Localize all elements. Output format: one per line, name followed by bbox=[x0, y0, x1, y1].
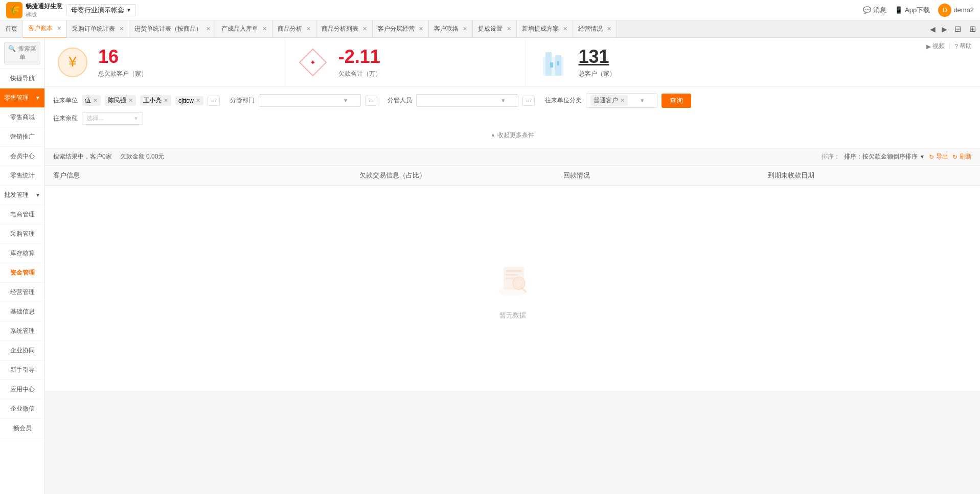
logo-text: 畅捷通好生意 标版 bbox=[26, 2, 62, 18]
sidebar-item-enterprise-coop[interactable]: 企业协同 bbox=[0, 341, 44, 361]
chevron-icon-retail: ▼ bbox=[35, 95, 40, 101]
sidebar-item-retail-mgmt[interactable]: 零售管理 ▼ bbox=[0, 88, 44, 108]
building-bg-icon bbox=[538, 47, 568, 78]
tab-business-status[interactable]: 经营情况 ✕ bbox=[573, 20, 617, 38]
tab-close-new-lift[interactable]: ✕ bbox=[563, 26, 567, 32]
tab-close-business[interactable]: ✕ bbox=[607, 26, 611, 32]
tab-close-inbound[interactable]: ✕ bbox=[206, 26, 211, 32]
filter-tag-close-unit-type[interactable]: ✕ bbox=[620, 97, 625, 104]
tab-produce-inbound[interactable]: 产成品入库单 ✕ bbox=[216, 20, 272, 38]
phone-icon: 📱 bbox=[895, 6, 903, 14]
filter-label-unit-type: 往来单位分类 bbox=[545, 96, 582, 105]
tab-minimize-btn[interactable]: ⊟ bbox=[950, 24, 965, 34]
sidebar-item-enterprise-wechat[interactable]: 企业微信 bbox=[0, 399, 44, 419]
tab-inbound-stats[interactable]: 进货单统计表（按商品） ✕ bbox=[129, 20, 216, 38]
result-bar: 搜索结果中，客户0家 欠款金额 0.00元 排序： 排序：按欠款金额倒序排序 ▼… bbox=[45, 148, 980, 166]
tab-scroll-left[interactable]: ◀ bbox=[927, 25, 939, 33]
doc-help-btn[interactable]: ? 帮助 bbox=[954, 42, 972, 51]
col-header-customer: 客户信息 bbox=[53, 171, 359, 180]
sidebar-item-inventory[interactable]: 库存核算 bbox=[0, 244, 44, 263]
message-icon: 💬 bbox=[863, 6, 871, 14]
empty-icon bbox=[492, 257, 533, 305]
filter-dept-select[interactable]: ▼ bbox=[259, 94, 361, 107]
sidebar-item-wholesale[interactable]: 批发管理 ▼ bbox=[0, 186, 44, 205]
filter-row-1: 往来单位 伍 ✕ 陈民强 ✕ 王小亮 ✕ cjttcw ✕ ··· bbox=[53, 93, 972, 108]
collapse-button[interactable]: ∧ 收起更多条件 bbox=[491, 131, 534, 140]
card3-values: 131 总客户（家） bbox=[579, 46, 616, 78]
diamond-bg-icon: ✦ bbox=[298, 47, 328, 78]
card2-values: -2.11 欠款合计（万） bbox=[338, 46, 381, 78]
tab-customer-tier[interactable]: 客户分层经营 ✕ bbox=[373, 20, 429, 38]
play-icon: ▶ bbox=[926, 43, 931, 50]
sidebar-item-purchase[interactable]: 采购管理 bbox=[0, 224, 44, 244]
sort-selector[interactable]: 排序：按欠款金额倒序排序 ▼ bbox=[844, 152, 925, 161]
sidebar: 🔍 搜索菜单 快捷导航 零售管理 ▼ 零售商城 营销推广 会员中心 零售统计 批… bbox=[0, 38, 45, 494]
col-header-repayment: 回款情况 bbox=[563, 171, 767, 180]
tab-close-contact[interactable]: ✕ bbox=[463, 26, 467, 32]
tab-expand-btn[interactable]: ⊞ bbox=[965, 24, 980, 34]
tab-customer-ledger[interactable]: 客户账本 ✕ bbox=[23, 20, 67, 38]
filter-row-2: 往来余额 选择... ▼ bbox=[53, 112, 972, 125]
svg-rect-11 bbox=[506, 270, 522, 272]
tab-close-goods[interactable]: ✕ bbox=[306, 26, 311, 32]
tab-scroll-right[interactable]: ▶ bbox=[939, 25, 950, 33]
sidebar-item-basics[interactable]: 基础信息 bbox=[0, 302, 44, 322]
sidebar-item-retail-mall[interactable]: 零售商城 bbox=[0, 108, 44, 127]
svg-rect-12 bbox=[506, 274, 518, 276]
search-result-text: 搜索结果中，客户0家 bbox=[53, 152, 112, 161]
tab-close-lift[interactable]: ✕ bbox=[507, 26, 511, 32]
sidebar-item-retail-stats[interactable]: 零售统计 bbox=[0, 166, 44, 186]
tab-goods-analysis-list[interactable]: 商品分析列表 ✕ bbox=[316, 20, 373, 38]
sidebar-item-finance[interactable]: 资金管理 bbox=[0, 263, 44, 283]
tab-goods-analysis[interactable]: 商品分析 ✕ bbox=[272, 20, 316, 38]
sidebar-item-operations[interactable]: 经营管理 bbox=[0, 283, 44, 302]
user-menu[interactable]: D demo2 bbox=[938, 4, 974, 17]
sidebar-item-quick-nav[interactable]: 快捷导航 bbox=[0, 69, 44, 88]
summary-card-total: 131 总客户（家） ▶ 视频 | ? 帮助 bbox=[526, 38, 981, 86]
filter-more-person-btn[interactable]: ··· bbox=[522, 96, 535, 106]
chevron-sort-icon: ▼ bbox=[920, 154, 925, 160]
filter-more-units-btn[interactable]: ··· bbox=[208, 96, 220, 106]
sidebar-search-area: 🔍 搜索菜单 bbox=[0, 38, 44, 69]
tab-purchase-order[interactable]: 采购订单统计表 ✕ bbox=[67, 20, 129, 38]
refresh-button[interactable]: ↻ 刷新 bbox=[952, 152, 972, 161]
filter-tag-close-4[interactable]: ✕ bbox=[196, 97, 200, 104]
summary-card-customers: ¥ 16 总欠款客户（家） bbox=[45, 38, 285, 86]
system-selector[interactable]: 母婴行业演示帐套 ▼ bbox=[66, 4, 136, 16]
export-button[interactable]: ↻ 导出 bbox=[929, 152, 948, 161]
tab-close-purchase[interactable]: ✕ bbox=[119, 26, 124, 32]
tab-close-customer-ledger[interactable]: ✕ bbox=[57, 25, 61, 32]
tab-lift-settings[interactable]: 提成设置 ✕ bbox=[473, 20, 517, 38]
tab-new-lift-plan[interactable]: 新增提成方案 ✕ bbox=[517, 20, 573, 38]
filter-tag-close-2[interactable]: ✕ bbox=[128, 97, 133, 104]
sidebar-item-app-center[interactable]: 应用中心 bbox=[0, 380, 44, 399]
empty-text: 暂无数据 bbox=[499, 311, 526, 320]
message-btn[interactable]: 💬 消息 bbox=[863, 6, 886, 15]
video-help-btn[interactable]: ▶ 视频 bbox=[926, 42, 945, 51]
sidebar-item-vip[interactable]: 畅会员 bbox=[0, 419, 44, 438]
logo-icon: 🌾 bbox=[6, 2, 22, 18]
filter-more-dept-btn[interactable]: ··· bbox=[365, 96, 377, 106]
sidebar-item-member[interactable]: 会员中心 bbox=[0, 147, 44, 166]
query-button[interactable]: 查询 bbox=[662, 94, 691, 108]
svg-text:✦: ✦ bbox=[310, 58, 316, 66]
filter-unit-type-select[interactable]: 普通客户 ✕ ▼ bbox=[586, 93, 657, 108]
tab-customer-contact[interactable]: 客户联络 ✕ bbox=[429, 20, 473, 38]
filter-person-select[interactable]: ▼ bbox=[416, 94, 518, 107]
tab-close-goods-list[interactable]: ✕ bbox=[362, 26, 367, 32]
tab-close-produce[interactable]: ✕ bbox=[262, 26, 267, 32]
sidebar-search-button[interactable]: 🔍 搜索菜单 bbox=[4, 42, 40, 64]
topbar-right: 💬 消息 📱 App下载 D demo2 bbox=[863, 4, 974, 17]
filter-tag-close-3[interactable]: ✕ bbox=[164, 97, 168, 104]
filter-tag-close-1[interactable]: ✕ bbox=[93, 97, 98, 104]
app-download-btn[interactable]: 📱 App下载 bbox=[895, 6, 930, 15]
sidebar-item-marketing[interactable]: 营销推广 bbox=[0, 127, 44, 147]
tab-close-tier[interactable]: ✕ bbox=[419, 26, 423, 32]
svg-rect-7 bbox=[550, 62, 553, 68]
sidebar-item-system[interactable]: 系统管理 bbox=[0, 322, 44, 341]
sidebar-item-ecommerce[interactable]: 电商管理 bbox=[0, 205, 44, 224]
sidebar-item-newbie[interactable]: 新手引导 bbox=[0, 361, 44, 380]
filter-label-balance: 往来余额 bbox=[53, 114, 78, 123]
tab-home[interactable]: 首页 bbox=[0, 20, 23, 38]
filter-balance-select[interactable]: 选择... ▼ bbox=[82, 112, 143, 125]
